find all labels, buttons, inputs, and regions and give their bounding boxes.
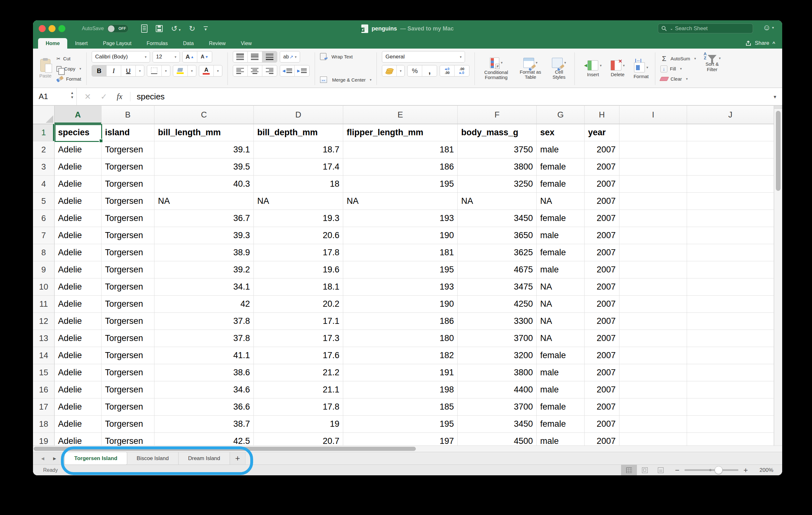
column-header-F[interactable]: F [458,106,537,124]
cell-A5[interactable]: Adelie [55,193,102,210]
font-size-select[interactable]: 12▾ [152,51,180,62]
tab-data[interactable]: Data [175,38,201,49]
row-header-15[interactable]: 15 [33,364,55,381]
cell-I10[interactable] [619,278,687,296]
cell-H8[interactable]: 2007 [585,244,619,261]
cell-F16[interactable]: 4400 [458,381,537,399]
align-bottom-button[interactable] [262,51,277,62]
cell-I11[interactable] [619,296,687,313]
cell-C5[interactable]: NA [154,193,254,210]
fill-color-caret-icon[interactable]: ▾ [188,65,196,76]
normal-view-button[interactable] [621,465,637,475]
format-painter-button[interactable]: Format [56,75,81,83]
cell-F17[interactable]: 3700 [458,399,537,416]
cell-H18[interactable]: 2007 [585,416,619,433]
cell-G3[interactable]: female [537,158,585,175]
cell-I18[interactable] [619,416,687,433]
name-box[interactable]: A1 ▲▼ [33,88,77,105]
row-header-7[interactable]: 7 [33,227,55,244]
cell-C7[interactable]: 39.3 [154,227,254,244]
row-header-1[interactable]: 1 [33,124,55,141]
cell-J6[interactable] [687,210,774,227]
next-sheet-icon[interactable]: ▸ [53,455,56,462]
cell-G6[interactable]: female [537,210,585,227]
cell-G5[interactable]: NA [537,193,585,210]
cell-F9[interactable]: 4675 [458,261,537,278]
cell-B8[interactable]: Torgersen [102,244,154,261]
cell-F15[interactable]: 3800 [458,364,537,381]
cell-J8[interactable] [687,244,774,261]
cell-G13[interactable]: NA [537,330,585,347]
cell-A1[interactable]: species [55,124,102,141]
autosum-button[interactable]: ΣAutoSum▾ [660,55,696,63]
delete-cells-button[interactable]: ▾ Delete [609,60,626,78]
zoom-slider-knob[interactable] [715,466,723,474]
cell-B19[interactable]: Torgersen [102,433,154,445]
cell-J18[interactable] [687,416,774,433]
cell-D5[interactable]: NA [254,193,343,210]
cell-I5[interactable] [619,193,687,210]
cell-J9[interactable] [687,261,774,278]
cell-I7[interactable] [619,227,687,244]
row-header-2[interactable]: 2 [33,141,55,158]
cell-G8[interactable]: female [537,244,585,261]
cell-H2[interactable]: 2007 [585,141,619,158]
cell-H19[interactable]: 2007 [585,433,619,445]
cell-D4[interactable]: 18 [254,175,343,193]
cell-I3[interactable] [619,158,687,175]
cell-C19[interactable]: 42.5 [154,433,254,445]
cell-J17[interactable] [687,399,774,416]
cell-H11[interactable]: 2007 [585,296,619,313]
row-header-4[interactable]: 4 [33,175,55,193]
cell-F18[interactable]: 3450 [458,416,537,433]
customize-toolbar-icon[interactable]: ▾ [204,26,208,30]
increase-decimal-button[interactable]: ◂.0.00 [440,65,455,76]
row-header-14[interactable]: 14 [33,347,55,364]
cell-B4[interactable]: Torgersen [102,175,154,193]
cell-C9[interactable]: 39.2 [154,261,254,278]
cell-A6[interactable]: Adelie [55,210,102,227]
cell-A8[interactable]: Adelie [55,244,102,261]
cell-G16[interactable]: male [537,381,585,399]
cell-I6[interactable] [619,210,687,227]
cell-J5[interactable] [687,193,774,210]
formula-bar-expand-icon[interactable]: ▼ [773,94,777,99]
cell-E8[interactable]: 181 [343,244,458,261]
cell-D7[interactable]: 20.6 [254,227,343,244]
cell-J12[interactable] [687,313,774,330]
cell-G19[interactable]: male [537,433,585,445]
percent-style-button[interactable]: % [408,65,422,76]
insert-function-icon[interactable]: fx [117,92,122,101]
cell-D8[interactable]: 17.8 [254,244,343,261]
feedback-button[interactable]: ☺ ▾ [762,24,774,31]
underline-caret-icon[interactable]: ▾ [136,65,144,76]
column-header-D[interactable]: D [254,106,343,124]
column-header-A[interactable]: A [55,106,102,124]
cell-J10[interactable] [687,278,774,296]
horizontal-scroll-thumb[interactable] [34,447,416,451]
cut-button[interactable]: ✂Cut [56,55,81,63]
cell-G2[interactable]: male [537,141,585,158]
underline-button[interactable]: U [121,65,136,76]
cell-B16[interactable]: Torgersen [102,381,154,399]
column-header-G[interactable]: G [537,106,585,124]
zoom-in-button[interactable]: + [744,466,748,474]
cell-C13[interactable]: 37.8 [154,330,254,347]
cell-D6[interactable]: 19.3 [254,210,343,227]
increase-indent-button[interactable]: ▶ [295,65,309,76]
cell-J13[interactable] [687,330,774,347]
cell-B14[interactable]: Torgersen [102,347,154,364]
cell-I12[interactable] [619,313,687,330]
row-header-16[interactable]: 16 [33,381,55,399]
cell-H13[interactable]: 2007 [585,330,619,347]
cell-I19[interactable] [619,433,687,445]
cell-E17[interactable]: 185 [343,399,458,416]
cell-E16[interactable]: 198 [343,381,458,399]
cell-H4[interactable]: 2007 [585,175,619,193]
save-icon[interactable] [156,25,163,32]
cell-D17[interactable]: 17.8 [254,399,343,416]
cell-G15[interactable]: male [537,364,585,381]
cell-B6[interactable]: Torgersen [102,210,154,227]
row-header-8[interactable]: 8 [33,244,55,261]
row-header-6[interactable]: 6 [33,210,55,227]
